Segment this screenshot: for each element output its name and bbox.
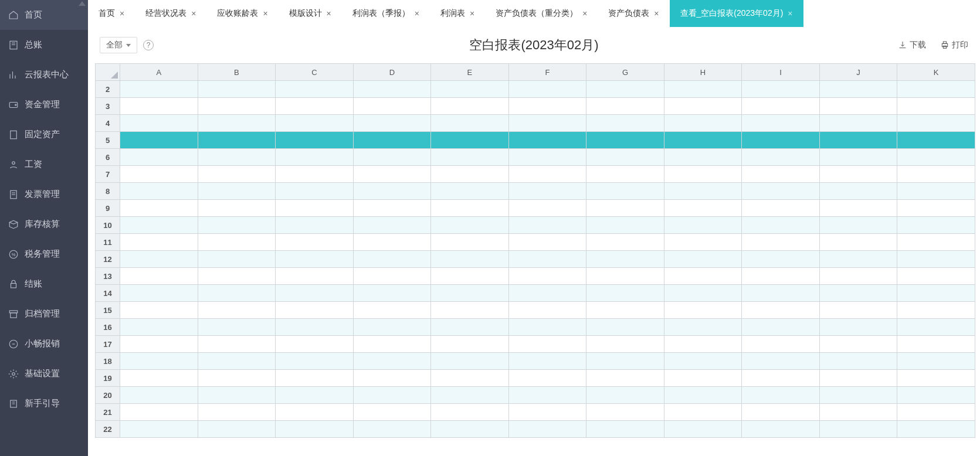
- cell-H14[interactable]: [664, 285, 742, 302]
- cell-F17[interactable]: [508, 336, 586, 353]
- cell-A19[interactable]: [120, 370, 198, 387]
- tab-8[interactable]: 查看_空白报表(2023年02月)×: [670, 0, 803, 27]
- cell-J7[interactable]: [819, 166, 897, 183]
- cell-C5[interactable]: [276, 132, 354, 149]
- cell-C11[interactable]: [276, 234, 354, 251]
- row-header-21[interactable]: 21: [96, 404, 120, 421]
- cell-G8[interactable]: [586, 183, 664, 200]
- cell-F13[interactable]: [508, 268, 586, 285]
- cell-A18[interactable]: [120, 353, 198, 370]
- sidebar-item-invoice[interactable]: 发票管理: [0, 179, 88, 209]
- cell-A10[interactable]: [120, 217, 198, 234]
- cell-F8[interactable]: [508, 183, 586, 200]
- help-icon[interactable]: ?: [143, 40, 154, 50]
- cell-J16[interactable]: [819, 319, 897, 336]
- cell-E22[interactable]: [431, 421, 509, 438]
- cell-E14[interactable]: [431, 285, 509, 302]
- cell-E12[interactable]: [431, 251, 509, 268]
- cell-B22[interactable]: [198, 421, 276, 438]
- cell-C17[interactable]: [276, 336, 354, 353]
- col-header-I[interactable]: I: [742, 64, 820, 81]
- cell-J17[interactable]: [819, 336, 897, 353]
- cell-C19[interactable]: [276, 370, 354, 387]
- cell-C9[interactable]: [276, 200, 354, 217]
- cell-F22[interactable]: [508, 421, 586, 438]
- tab-close-icon[interactable]: ×: [263, 9, 267, 18]
- cell-G21[interactable]: [586, 404, 664, 421]
- cell-H7[interactable]: [664, 166, 742, 183]
- cell-K16[interactable]: [897, 319, 975, 336]
- cell-B11[interactable]: [198, 234, 276, 251]
- cell-F4[interactable]: [508, 115, 586, 132]
- sidebar-item-guide[interactable]: 新手引导: [0, 389, 88, 418]
- sidebar-item-archive[interactable]: 归档管理: [0, 299, 88, 329]
- cell-G5[interactable]: [586, 132, 664, 149]
- cell-D22[interactable]: [353, 421, 431, 438]
- cell-D4[interactable]: [353, 115, 431, 132]
- cell-H10[interactable]: [664, 217, 742, 234]
- row-header-11[interactable]: 11: [96, 234, 120, 251]
- cell-D15[interactable]: [353, 302, 431, 319]
- cell-D18[interactable]: [353, 353, 431, 370]
- cell-F2[interactable]: [508, 81, 586, 98]
- sidebar-item-chart[interactable]: 云报表中心: [0, 60, 88, 90]
- cell-K6[interactable]: [897, 149, 975, 166]
- cell-C10[interactable]: [276, 217, 354, 234]
- row-header-18[interactable]: 18: [96, 353, 120, 370]
- cell-G11[interactable]: [586, 234, 664, 251]
- cell-A5[interactable]: [120, 132, 198, 149]
- sidebar-item-box[interactable]: 库存核算: [0, 209, 88, 239]
- cell-K3[interactable]: [897, 98, 975, 115]
- cell-K12[interactable]: [897, 251, 975, 268]
- tab-7[interactable]: 资产负债表×: [598, 0, 669, 27]
- cell-C13[interactable]: [276, 268, 354, 285]
- cell-C21[interactable]: [276, 404, 354, 421]
- tab-close-icon[interactable]: ×: [327, 9, 331, 18]
- row-header-16[interactable]: 16: [96, 319, 120, 336]
- cell-K8[interactable]: [897, 183, 975, 200]
- tab-1[interactable]: 经营状况表×: [135, 0, 206, 27]
- cell-F14[interactable]: [508, 285, 586, 302]
- cell-D13[interactable]: [353, 268, 431, 285]
- cell-H22[interactable]: [664, 421, 742, 438]
- cell-G9[interactable]: [586, 200, 664, 217]
- cell-E2[interactable]: [431, 81, 509, 98]
- cell-A20[interactable]: [120, 387, 198, 404]
- row-header-3[interactable]: 3: [96, 98, 120, 115]
- col-header-F[interactable]: F: [508, 64, 586, 81]
- cell-H17[interactable]: [664, 336, 742, 353]
- cell-H5[interactable]: [664, 132, 742, 149]
- cell-F12[interactable]: [508, 251, 586, 268]
- cell-K5[interactable]: [897, 132, 975, 149]
- row-header-12[interactable]: 12: [96, 251, 120, 268]
- col-header-J[interactable]: J: [819, 64, 897, 81]
- tab-close-icon[interactable]: ×: [582, 9, 587, 18]
- sheet-select-all[interactable]: [96, 64, 120, 81]
- sidebar-item-tax[interactable]: %税务管理: [0, 239, 88, 269]
- cell-H8[interactable]: [664, 183, 742, 200]
- cell-K11[interactable]: [897, 234, 975, 251]
- cell-K19[interactable]: [897, 370, 975, 387]
- cell-K22[interactable]: [897, 421, 975, 438]
- col-header-H[interactable]: H: [664, 64, 742, 81]
- cell-I17[interactable]: [742, 336, 820, 353]
- cell-I4[interactable]: [742, 115, 820, 132]
- cell-B4[interactable]: [198, 115, 276, 132]
- cell-D2[interactable]: [353, 81, 431, 98]
- cell-G19[interactable]: [586, 370, 664, 387]
- cell-A8[interactable]: [120, 183, 198, 200]
- cell-E13[interactable]: [431, 268, 509, 285]
- cell-B21[interactable]: [198, 404, 276, 421]
- cell-I22[interactable]: [742, 421, 820, 438]
- row-header-20[interactable]: 20: [96, 387, 120, 404]
- cell-C18[interactable]: [276, 353, 354, 370]
- cell-I14[interactable]: [742, 285, 820, 302]
- cell-D11[interactable]: [353, 234, 431, 251]
- cell-D14[interactable]: [353, 285, 431, 302]
- cell-H19[interactable]: [664, 370, 742, 387]
- cell-E16[interactable]: [431, 319, 509, 336]
- cell-K21[interactable]: [897, 404, 975, 421]
- cell-H4[interactable]: [664, 115, 742, 132]
- cell-C16[interactable]: [276, 319, 354, 336]
- tab-6[interactable]: 资产负债表（重分类）×: [485, 0, 598, 27]
